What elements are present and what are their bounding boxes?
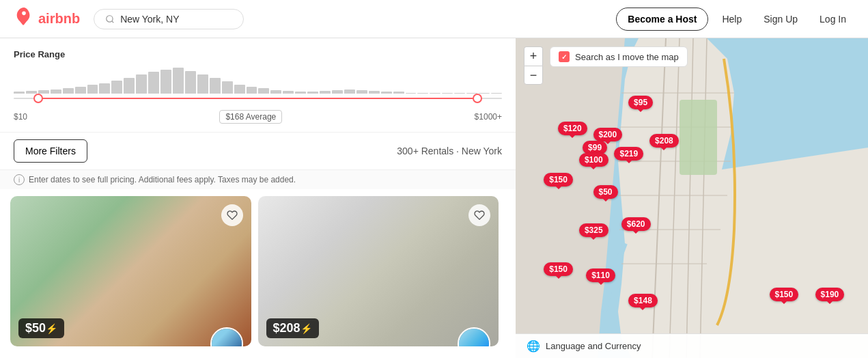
price-pin[interactable]: $110 xyxy=(586,268,615,282)
header-right: Become a Host Help Sign Up Log In xyxy=(616,8,854,31)
language-currency-bar[interactable]: 🌐 Language and Currency xyxy=(516,333,868,358)
price-pin[interactable]: $120 xyxy=(558,122,587,135)
search-icon xyxy=(105,14,115,24)
help-link[interactable]: Help xyxy=(714,8,750,30)
price-pin[interactable]: $620 xyxy=(621,217,651,231)
header: airbnb New York, NY Become a Host Help S… xyxy=(0,0,868,38)
price-average: $168 Average xyxy=(219,110,282,124)
info-icon: i xyxy=(14,174,25,185)
listing-image-1[interactable]: $50⚡ xyxy=(10,196,251,346)
more-filters-button[interactable]: More Filters xyxy=(14,139,87,163)
svg-rect-16 xyxy=(680,100,717,175)
price-pin[interactable]: $150 xyxy=(770,288,799,301)
svg-line-1 xyxy=(112,20,114,23)
price-range-label: Price Range xyxy=(14,49,502,59)
price-pin[interactable]: $100 xyxy=(579,153,608,167)
results-count: 300+ Rentals · New York xyxy=(397,146,502,156)
zoom-out-button[interactable]: − xyxy=(524,66,543,85)
price-pin[interactable]: $150 xyxy=(544,173,573,187)
info-bar: i Enter dates to see full pricing. Addit… xyxy=(0,170,516,189)
filters-bar: More Filters 300+ Rentals · New York xyxy=(0,133,516,170)
price-max: $1000+ xyxy=(475,112,502,122)
price-pin[interactable]: $190 xyxy=(815,288,845,301)
map-panel[interactable]: + − ✓ Search as I move the map $95$120$2… xyxy=(516,38,868,358)
main-container: Price Range $10 $168 Average $1000+ More… xyxy=(0,38,868,358)
slider-labels: $10 $168 Average $1000+ xyxy=(14,110,502,124)
search-as-move-label: Search as I move the map xyxy=(575,52,679,62)
login-link[interactable]: Log In xyxy=(811,8,854,30)
favorite-button-2[interactable] xyxy=(468,204,490,226)
listing-image-2[interactable]: $208⚡ xyxy=(258,196,499,346)
listing-card[interactable]: $208⚡ Dreamy Apartment 59th/3rd! xyxy=(258,196,499,358)
slider-thumb-min[interactable] xyxy=(33,94,43,103)
become-host-button[interactable]: Become a Host xyxy=(616,8,708,31)
price-pin[interactable]: $148 xyxy=(628,294,658,307)
svg-point-0 xyxy=(107,15,113,21)
zoom-in-button[interactable]: + xyxy=(524,46,543,66)
price-pin[interactable]: $208 xyxy=(649,134,679,148)
logo-text: airbnb xyxy=(38,11,80,27)
map-controls: + − xyxy=(524,46,543,85)
price-range-section: Price Range $10 $168 Average $1000+ xyxy=(0,38,516,133)
price-pin[interactable]: $99 xyxy=(583,141,607,154)
price-pin[interactable]: $50 xyxy=(593,185,618,199)
histogram xyxy=(14,66,502,94)
price-pin[interactable]: $150 xyxy=(544,262,573,276)
listing-price-2: $208⚡ xyxy=(266,318,319,338)
logo[interactable]: airbnb xyxy=(14,6,80,31)
search-bar[interactable]: New York, NY xyxy=(94,9,244,29)
map-svg xyxy=(516,38,868,358)
listing-price-1: $50⚡ xyxy=(18,318,64,338)
airbnb-icon xyxy=(14,6,34,31)
globe-icon: 🌐 xyxy=(527,340,540,353)
signup-link[interactable]: Sign Up xyxy=(755,8,806,30)
search-text: New York, NY xyxy=(120,14,179,25)
favorite-button-1[interactable] xyxy=(221,204,243,226)
slider-track xyxy=(14,98,502,99)
price-pin[interactable]: $95 xyxy=(628,96,653,109)
price-min: $10 xyxy=(14,112,27,122)
info-text: Enter dates to see full pricing. Additio… xyxy=(29,175,296,184)
price-pin[interactable]: $325 xyxy=(579,223,608,237)
listing-card[interactable]: $50⚡ Private bed, Big room with 3 bed... xyxy=(10,196,251,358)
price-pin[interactable]: $219 xyxy=(614,147,643,161)
checkbox-icon: ✓ xyxy=(559,51,570,62)
price-pin[interactable]: $200 xyxy=(593,128,623,141)
listings-grid: $50⚡ Private bed, Big room with 3 bed... xyxy=(0,189,516,358)
search-as-move-checkbox[interactable]: ✓ Search as I move the map xyxy=(550,46,688,67)
language-currency-label: Language and Currency xyxy=(546,341,641,351)
slider-container[interactable] xyxy=(14,66,502,107)
left-panel: Price Range $10 $168 Average $1000+ More… xyxy=(0,38,516,358)
slider-thumb-max[interactable] xyxy=(473,94,482,103)
